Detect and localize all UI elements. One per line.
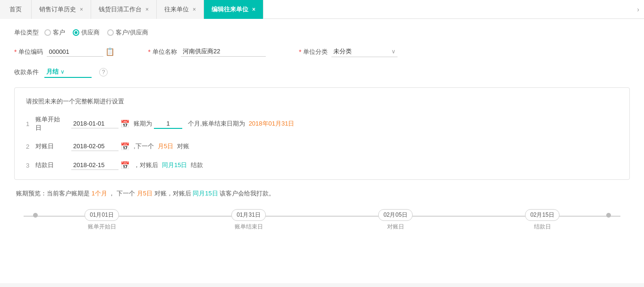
unit-code-required: * xyxy=(14,48,17,56)
preview-section: 账期预览：当前客户账期是 1个月 ， 下一个 月5日 对账，对账后 同月15日 … xyxy=(14,189,630,198)
help-icon[interactable]: ? xyxy=(99,68,108,76)
payment-chevron-down-icon: ∨ xyxy=(60,68,65,75)
preview-part2-highlight: 月5日 xyxy=(137,190,153,197)
unit-category-group: * 单位分类 未分类 ∨ xyxy=(299,46,398,57)
timeline-date-3: 02月05日 xyxy=(378,209,413,221)
tab-sales-history[interactable]: 销售订单历史 × xyxy=(32,0,91,19)
tab-sales-history-close[interactable]: × xyxy=(80,6,83,13)
radio-customer-supplier-label: 客户/供应商 xyxy=(116,28,148,37)
timeline-label-4: 结款日 xyxy=(534,223,551,231)
unit-name-group: * 单位名称 xyxy=(148,47,265,57)
start-date-input[interactable] xyxy=(71,119,119,128)
unit-code-group: * 单位编码 📋 xyxy=(14,47,115,57)
timeline-start-dot xyxy=(33,213,38,218)
tab-home[interactable]: 首页 xyxy=(0,0,32,19)
tab-cash-work-label: 钱货日清工作台 xyxy=(99,5,142,14)
timeline-date-2: 01月31日 xyxy=(231,209,266,221)
timeline-node-1: 01月01日 账单开始日 xyxy=(28,209,175,231)
payment-desc-before: ，对账后 xyxy=(134,161,158,169)
reconcile-date-input[interactable] xyxy=(71,142,119,151)
period-num-1: 1 xyxy=(26,120,35,127)
timeline-left-dot xyxy=(33,213,38,218)
unit-type-label: 单位类型 xyxy=(14,28,39,37)
tab-partner-unit-label: 往来单位 xyxy=(164,5,189,14)
timeline-section: 01月01日 账单开始日 01月31日 账单结束日 02月05日 对账日 02月… xyxy=(14,209,630,231)
start-date-calendar-icon[interactable]: 📅 xyxy=(120,119,130,128)
reconcile-desc-before: ,下一个 xyxy=(134,142,154,151)
timeline-date-1: 01月01日 xyxy=(85,209,119,221)
payment-date-calendar-icon[interactable]: 📅 xyxy=(120,161,130,170)
preview-part3: 同月15日 xyxy=(193,190,218,197)
preview-label: 账期预览：当前客户账期是 xyxy=(16,190,90,197)
tab-edit-partner-close[interactable]: × xyxy=(252,6,255,13)
payment-condition-select[interactable]: 月结 ∨ xyxy=(44,67,92,78)
unit-code-input[interactable] xyxy=(47,47,103,57)
period-row-2: 2 对账日 📅 ,下一个 月5日 对账 xyxy=(26,142,618,151)
timeline-node-2: 01月31日 账单结束日 xyxy=(175,209,322,231)
preview-sep1: ， xyxy=(109,190,115,197)
period-field-label-1: 账单开始日 xyxy=(35,115,64,132)
timeline-node-4: 02月15日 结款日 xyxy=(469,209,616,231)
unit-type-radio-group: 客户 供应商 客户/供应商 xyxy=(44,28,148,37)
period-card: 请按照未来的一个完整帐期进行设置 1 账单开始日 📅 账期为 个月,账单结束日期… xyxy=(14,87,630,180)
payment-condition-label: 收款条件 xyxy=(14,68,39,76)
tab-home-label: 首页 xyxy=(9,5,22,14)
unit-category-required: * xyxy=(299,48,301,56)
timeline-right-dot xyxy=(606,213,611,218)
unit-name-required: * xyxy=(148,48,150,56)
period-field-label-3: 结款日 xyxy=(35,161,64,169)
month-input[interactable] xyxy=(154,119,182,129)
tabs-scroll-arrow[interactable]: › xyxy=(632,0,644,19)
payment-condition-value: 月结 xyxy=(46,68,59,76)
period-end-date: 2018年01月31日 xyxy=(249,119,295,128)
timeline-label-2: 账单结束日 xyxy=(235,223,263,231)
period-row-3: 3 结款日 📅 ，对账后 同月15日 结款 xyxy=(26,160,618,170)
unit-type-group: 单位类型 客户 供应商 客户/供应商 xyxy=(14,28,148,37)
period-end-label: 个月,账单结束日期为 xyxy=(188,119,245,128)
tab-sales-history-label: 销售订单历史 xyxy=(39,5,76,14)
unit-info-row: * 单位编码 📋 * 单位名称 * 单位分类 未分类 ∨ xyxy=(14,46,630,57)
unit-code-label: 单位编码 xyxy=(18,48,43,56)
period-hint: 请按照未来的一个完整帐期进行设置 xyxy=(26,97,618,106)
unit-name-input[interactable] xyxy=(181,47,266,57)
period-month-label: 账期为 xyxy=(134,119,152,128)
period-num-3: 3 xyxy=(26,162,35,169)
timeline-date-4: 02月15日 xyxy=(525,209,559,221)
tab-partner-unit-close[interactable]: × xyxy=(193,6,196,13)
tab-cash-work[interactable]: 钱货日清工作台 × xyxy=(91,0,157,19)
reconcile-date-calendar-icon[interactable]: 📅 xyxy=(120,142,130,151)
timeline-label-3: 对账日 xyxy=(387,223,404,231)
unit-category-select[interactable]: 未分类 ∨ xyxy=(331,46,398,57)
unit-code-icon[interactable]: 📋 xyxy=(105,47,115,56)
unit-category-label: 单位分类 xyxy=(303,48,328,56)
preview-part1: 1个月 xyxy=(92,190,107,197)
timeline-label-1: 账单开始日 xyxy=(88,223,116,231)
radio-supplier-label: 供应商 xyxy=(81,28,100,37)
preview-sep2: 对账，对账后 xyxy=(154,190,191,197)
radio-supplier[interactable]: 供应商 xyxy=(73,28,100,37)
radio-customer-supplier-circle xyxy=(107,29,114,36)
reconcile-desc-after: 对账 xyxy=(177,142,189,151)
radio-customer-circle xyxy=(44,29,51,36)
tab-edit-partner-label: 编辑往来单位 xyxy=(212,5,248,14)
period-field-label-2: 对账日 xyxy=(35,142,64,151)
preview-sep3: 该客户会给我打款。 xyxy=(220,190,275,197)
reconcile-highlight: 月5日 xyxy=(158,142,173,151)
tab-cash-work-close[interactable]: × xyxy=(145,6,149,13)
payment-condition-row: 收款条件 月结 ∨ ? xyxy=(14,67,630,78)
payment-date-input[interactable] xyxy=(71,160,119,170)
timeline-end-dot xyxy=(606,213,611,218)
timeline-nodes: 01月01日 账单开始日 01月31日 账单结束日 02月05日 对账日 02月… xyxy=(28,209,616,231)
tab-partner-unit[interactable]: 往来单位 × xyxy=(157,0,204,19)
payment-desc-after: 结款 xyxy=(191,161,203,169)
period-row-1: 1 账单开始日 📅 账期为 个月,账单结束日期为 2018年01月31日 xyxy=(26,115,618,132)
tabs-bar: 首页 销售订单历史 × 钱货日清工作台 × 往来单位 × 编辑往来单位 × › xyxy=(0,0,644,19)
tab-edit-partner[interactable]: 编辑往来单位 × xyxy=(204,0,263,19)
unit-category-value: 未分类 xyxy=(333,47,391,56)
preview-part2-pre: 下一个 xyxy=(117,190,135,197)
unit-name-label: 单位名称 xyxy=(153,48,177,56)
main-content: 单位类型 客户 供应商 客户/供应商 * 单位编码 xyxy=(0,19,644,283)
radio-customer[interactable]: 客户 xyxy=(44,28,65,37)
radio-customer-supplier[interactable]: 客户/供应商 xyxy=(107,28,148,37)
radio-supplier-circle xyxy=(73,29,79,36)
